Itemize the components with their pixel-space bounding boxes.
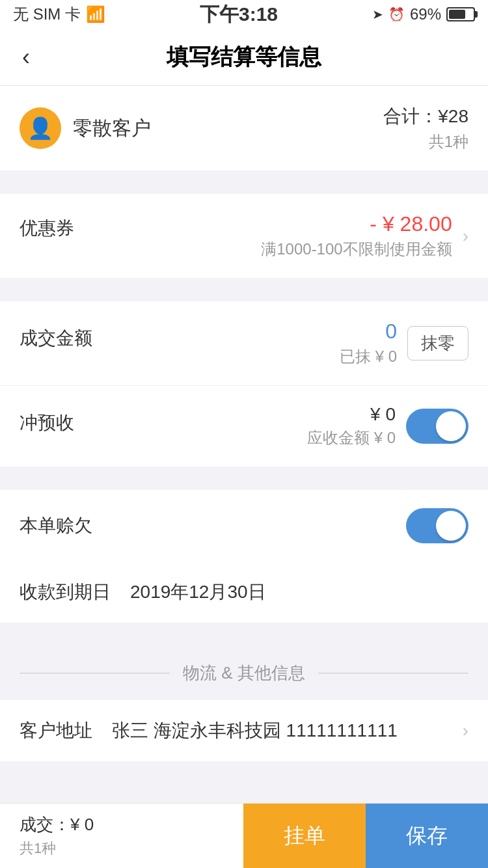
pending-button[interactable]: 挂单: [243, 804, 366, 868]
coupon-description: 满1000-100不限制使用金额: [261, 239, 452, 260]
carrier-text: 无 SIM 卡: [13, 4, 81, 25]
customer-name: 零散客户: [73, 115, 151, 142]
content-area: 👤 零散客户 合计：¥28 共1种 优惠券 - ¥ 28.00 满1000-10…: [0, 86, 488, 850]
total-count: 共1种: [383, 131, 468, 152]
back-button[interactable]: ‹: [16, 37, 36, 77]
bottom-deal-amount: ¥ 0: [70, 815, 94, 834]
section-line-right: [318, 673, 468, 673]
deal-amount-right: 0 已抹 ¥ 0 抹零: [340, 319, 468, 367]
coupon-card: 优惠券 - ¥ 28.00 满1000-100不限制使用金额 ›: [0, 194, 488, 278]
bottom-bar: 成交：¥ 0 共1种 挂单 保存: [0, 803, 488, 868]
avatar: 👤: [20, 107, 61, 149]
prepay-right: ¥ 0 应收金额 ¥ 0: [307, 404, 468, 448]
deal-amount-wrap: 0 已抹 ¥ 0: [340, 319, 397, 367]
time-display: 下午3:18: [200, 1, 278, 28]
status-right: ➤ ⏰ 69%: [372, 5, 475, 23]
due-date-label: 收款到期日: [20, 580, 111, 604]
due-date-row: 收款到期日 2019年12月30日: [0, 562, 488, 623]
nav-bar: ‹ 填写结算等信息: [0, 29, 488, 86]
customer-card: 👤 零散客户 合计：¥28 共1种: [0, 86, 488, 170]
wifi-icon: 📶: [86, 5, 105, 23]
divider-4: [0, 633, 488, 646]
divider-2: [0, 288, 488, 301]
bottom-info: 成交：¥ 0 共1种: [0, 804, 243, 868]
coupon-label: 优惠券: [20, 212, 74, 241]
bottom-deal-label: 成交：: [20, 815, 70, 834]
chevron-icon: ›: [463, 226, 468, 247]
debit-row: 本单赊欠: [0, 490, 488, 562]
divider-1: [0, 181, 488, 194]
logistics-label: 物流 & 其他信息: [183, 662, 305, 685]
prepay-toggle[interactable]: [406, 409, 468, 444]
deal-amount-label: 成交金额: [20, 319, 92, 351]
coupon-value-wrap: - ¥ 28.00 满1000-100不限制使用金额: [261, 212, 452, 260]
address-label: 客户地址: [20, 718, 92, 743]
prepay-amount: ¥ 0: [307, 404, 396, 425]
coupon-right: - ¥ 28.00 满1000-100不限制使用金额 ›: [261, 212, 468, 260]
status-left: 无 SIM 卡 📶: [13, 4, 105, 25]
address-card: 客户地址 张三 海淀永丰科技园 11111111111 ›: [0, 700, 488, 761]
total-amount: 合计：¥28: [383, 104, 468, 129]
customer-left: 👤 零散客户: [20, 107, 151, 149]
coupon-row[interactable]: 优惠券 - ¥ 28.00 满1000-100不限制使用金额 ›: [0, 194, 488, 278]
avatar-icon: 👤: [27, 116, 53, 141]
section-line-left: [20, 673, 170, 673]
deal-amount-value: 0: [340, 319, 397, 344]
location-icon: ➤: [372, 7, 383, 22]
prepay-value-wrap: ¥ 0 应收金额 ¥ 0: [307, 404, 396, 448]
bottom-deal-row: 成交：¥ 0: [20, 813, 224, 836]
logistics-section-header: 物流 & 其他信息: [0, 646, 488, 700]
debit-label: 本单赊欠: [20, 513, 92, 538]
prepay-row: 冲预收 ¥ 0 应收金额 ¥ 0: [0, 385, 488, 467]
deal-amount-row: 成交金额 0 已抹 ¥ 0 抹零: [0, 301, 488, 385]
debit-card: 本单赊欠 收款到期日 2019年12月30日: [0, 490, 488, 623]
status-bar: 无 SIM 卡 📶 下午3:18 ➤ ⏰ 69%: [0, 0, 488, 29]
due-date-value: 2019年12月30日: [130, 580, 266, 604]
debit-toggle[interactable]: [406, 508, 468, 543]
customer-right: 合计：¥28 共1种: [383, 104, 468, 152]
save-button[interactable]: 保存: [366, 804, 488, 868]
customer-row: 👤 零散客户 合计：¥28 共1种: [0, 86, 488, 170]
battery-percent: 69%: [410, 5, 441, 23]
page-title: 填写结算等信息: [167, 42, 321, 72]
amount-card: 成交金额 0 已抹 ¥ 0 抹零 冲预收 ¥ 0 应收金额 ¥ 0: [0, 301, 488, 467]
coupon-discount: - ¥ 28.00: [261, 212, 452, 236]
prepay-label: 冲预收: [20, 404, 74, 435]
address-value: 张三 海淀永丰科技园 11111111111: [112, 718, 463, 743]
bottom-count: 共1种: [20, 839, 224, 858]
address-chevron-icon: ›: [463, 720, 468, 741]
prepay-sub: 应收金额 ¥ 0: [307, 427, 396, 448]
alarm-icon: ⏰: [388, 7, 405, 22]
address-row[interactable]: 客户地址 张三 海淀永丰科技园 11111111111 ›: [0, 700, 488, 761]
round-zero-button[interactable]: 抹零: [407, 326, 468, 360]
deal-amount-sub: 已抹 ¥ 0: [340, 346, 397, 367]
battery-icon: [446, 7, 475, 21]
divider-3: [0, 477, 488, 490]
